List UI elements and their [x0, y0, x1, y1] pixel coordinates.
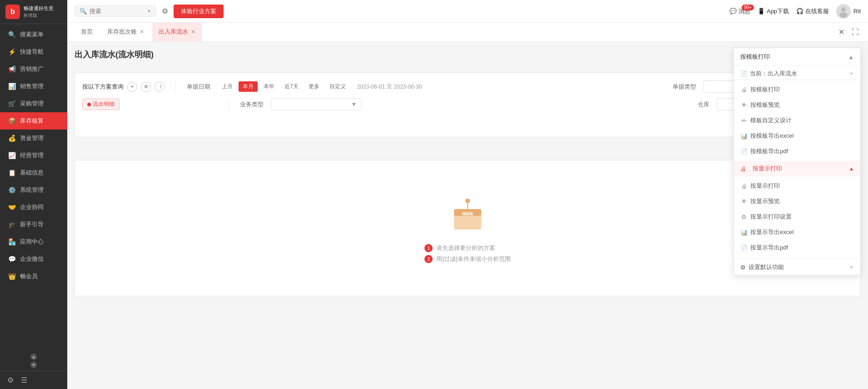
page-title: 出入库流水(流水明细) [75, 49, 154, 60]
sidebar-item-system[interactable]: ⚙️ 系统管理 [0, 181, 67, 199]
date-btn-last-month[interactable]: 上月 [218, 81, 237, 92]
display-print-icon: 🖨 [740, 165, 746, 172]
dropdown-item-template-design[interactable]: ✏ 模板自定义设计 [734, 113, 860, 128]
sidebar-settings-icon[interactable]: ⚙ [7, 376, 14, 384]
tab-flow-label: 出入库流水 [159, 28, 188, 36]
tab-flow[interactable]: 出入库流水 ✕ [152, 23, 202, 41]
dropdown-item-template-excel[interactable]: 📊 按模板导出excel [734, 128, 860, 144]
dropdown-close-icon[interactable]: ▲ [848, 54, 854, 60]
tab-maximize-icon[interactable]: ⛶ [850, 26, 861, 38]
empty-state: 1 请先选择要分析的方案 2 用[过滤]条件来缩小分析范围 [415, 166, 519, 290]
sidebar-item-marketing[interactable]: 📢 营销推广 [0, 60, 67, 78]
pdf-icon: 📄 [740, 148, 748, 155]
scroll-down-btn[interactable]: ▼ [30, 362, 37, 368]
sidebar-item-label: 销售管理 [20, 82, 44, 90]
business-type-select[interactable]: ▼ [271, 98, 362, 110]
section2-title: 按显示打印 [753, 165, 782, 173]
empty-hint-1: 1 请先选择要分析的方案 [424, 244, 510, 252]
sidebar-item-purchase[interactable]: 🛒 采购管理 [0, 95, 67, 112]
tag-dot [87, 103, 91, 106]
sidebar-item-guide[interactable]: 🎓 新手引导 [0, 216, 67, 233]
sidebar-item-finance[interactable]: 💰 资金管理 [0, 130, 67, 147]
dropdown-item-template-preview[interactable]: 👁 按模板预览 [734, 97, 860, 113]
sidebar-item-label: 库存核算 [20, 117, 44, 125]
date-btn-current-month[interactable]: 本月 [239, 81, 258, 92]
sidebar-bottom: ⚙ ☰ [0, 371, 67, 389]
date-btn-last7[interactable]: 近7天 [280, 81, 303, 92]
app-brand: 畅捷通好生意 标准版 [24, 5, 54, 18]
version-label: 标准版 [24, 12, 54, 19]
date-btn-custom[interactable]: 自定义 [325, 81, 350, 92]
sidebar-item-label: 畅会员 [20, 272, 38, 280]
current-item-icon: 📄 [740, 70, 747, 77]
dropdown-item-display-settings[interactable]: ⚙ 按显示打印设置 [734, 209, 860, 224]
date-btn-current-year[interactable]: 本年 [259, 81, 279, 92]
sidebar-item-inventory[interactable]: 📦 库存核算 [0, 112, 67, 130]
tab-batch-close-icon[interactable]: ✕ [140, 29, 144, 35]
dropdown-item-display-excel[interactable]: 📊 按显示导出excel [734, 224, 860, 240]
dropdown-item-template-pdf[interactable]: 📄 按模板导出pdf [734, 144, 860, 159]
dropdown-item-display-pdf[interactable]: 📄 按显示导出pdf [734, 240, 860, 255]
dropdown-footer[interactable]: ⚙ 设置默认功能 ▼ [734, 259, 860, 275]
basic-icon: 📋 [7, 169, 16, 176]
dropdown-menu: 按模板打印 ▲ 📄 当前：出入库流水 ▼ 🖨 按模板打印 👁 按 [733, 48, 861, 275]
sidebar-item-label: 搜索菜单 [20, 30, 44, 39]
dropdown-item-display-preview[interactable]: 👁 按显示预览 [734, 194, 860, 209]
type-label: 单据类型 [673, 83, 696, 91]
sales-icon: 📊 [7, 83, 16, 90]
filter-collapse-btn[interactable]: 《 [155, 82, 165, 92]
sidebar-item-search[interactable]: 🔍 搜索菜单 [0, 26, 67, 43]
sidebar-item-operation[interactable]: 📈 经营管理 [0, 147, 67, 164]
dropdown-item-template-print[interactable]: 🖨 按模板打印 [734, 82, 860, 97]
template-pdf-label: 按模板导出pdf [750, 147, 788, 155]
sidebar-item-basic[interactable]: 📋 基础信息 [0, 164, 67, 181]
sidebar-item-label: 基础信息 [20, 169, 44, 177]
hint1-text: 请先选择要分析的方案 [436, 244, 495, 252]
display-settings-icon: ⚙ [740, 213, 748, 220]
filter-settings-btn[interactable]: ⚙ [141, 82, 151, 92]
dropdown-item-display-print[interactable]: 🖨 按显示打印 [734, 178, 860, 194]
search-input[interactable] [90, 8, 144, 15]
current-label: 当前：出入库流水 [750, 70, 797, 78]
sidebar-item-appstore[interactable]: 🏪 应用中心 [0, 233, 67, 250]
date-shortcuts: 上月 本月 本年 近7天 更多 自定义 [218, 81, 350, 92]
tab-restore-icon[interactable]: ✕ [837, 26, 846, 38]
appstore-icon: 🏪 [7, 238, 16, 245]
svg-point-2 [839, 12, 848, 18]
messages-btn[interactable]: 💬 消息 99+ [729, 7, 750, 15]
online-service-btn[interactable]: 🎧 在线客服 [796, 7, 829, 15]
trial-button[interactable]: 体验行业方案 [174, 5, 224, 18]
current-arrow-icon: ▼ [849, 71, 854, 76]
sidebar-item-partner[interactable]: 🤝 企业协同 [0, 199, 67, 216]
tab-batch[interactable]: 库存批次账 ✕ [101, 23, 150, 41]
sidebar-item-wechat[interactable]: 💬 企业微信 [0, 250, 67, 268]
topbar-search-box[interactable]: 🔍 ▼ [75, 5, 156, 17]
date-label: 单据日期 [187, 83, 210, 91]
sidebar-item-label: 采购管理 [20, 100, 44, 108]
search-icon: 🔍 [7, 31, 16, 38]
dropdown-section2-header[interactable]: 🖨 按显示打印 ▲ [734, 161, 860, 176]
tab-home[interactable]: 首页 [75, 23, 99, 41]
sidebar-item-shortcut[interactable]: ⚡ 快捷导航 [0, 43, 67, 60]
user-menu[interactable]: Rit [836, 4, 861, 19]
template-excel-label: 按模板导出excel [750, 132, 793, 140]
sidebar-item-sales[interactable]: 📊 销售管理 [0, 78, 67, 95]
app-logo-icon: b [5, 5, 20, 19]
topbar-gear-icon[interactable]: ⚙ [162, 7, 168, 15]
download-icon: 📱 [758, 8, 765, 15]
scroll-up-btn[interactable]: ▲ [30, 354, 37, 360]
sidebar-menu-icon[interactable]: ☰ [21, 376, 27, 384]
date-btn-more[interactable]: 更多 [304, 81, 324, 92]
add-filter-btn[interactable]: + [127, 82, 137, 92]
content-area: 出入库流水(流水明细) 🖨 按模板打印 ▲ | 📤 导出 | 🔄 刷新 [67, 42, 868, 389]
sidebar-item-label: 企业微信 [20, 255, 44, 263]
app-download-btn[interactable]: 📱 App下载 [758, 7, 789, 15]
sidebar-item-label: 经营管理 [20, 151, 44, 160]
display-preview-label: 按显示预览 [750, 197, 780, 205]
search-icon: 🔍 [80, 8, 87, 15]
dropdown-section-2: 🖨 按显示打印 👁 按显示预览 ⚙ 按显示打印设置 📊 按显示导出excel 📄 [734, 176, 860, 257]
tab-flow-close-icon[interactable]: ✕ [191, 29, 195, 35]
username-label: Rit [853, 8, 861, 15]
sidebar-item-member[interactable]: 👑 畅会员 [0, 268, 67, 285]
sidebar-logo: b 畅捷通好生意 标准版 [0, 0, 67, 24]
